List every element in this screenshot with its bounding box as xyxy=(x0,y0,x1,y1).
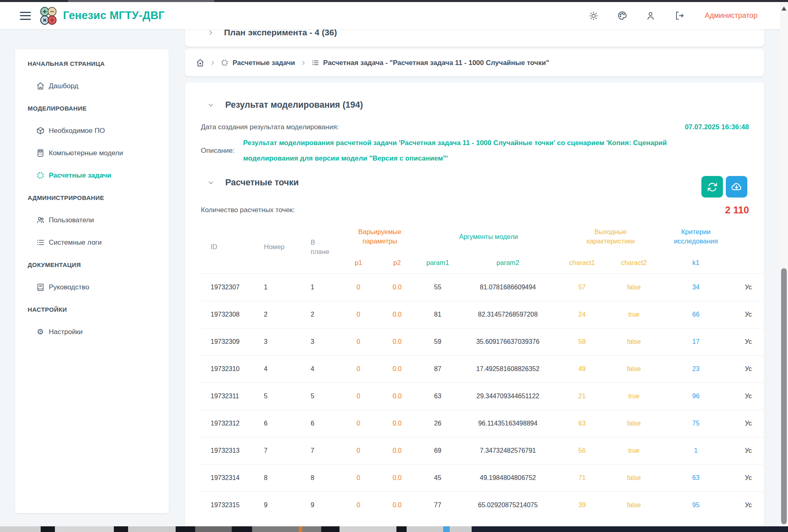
vertical-scrollbar[interactable] xyxy=(780,0,788,532)
cell-charact2: true xyxy=(605,382,662,410)
sidebar-item-label: Системные логи xyxy=(49,239,102,247)
table-row[interactable]: 19732309 3 3 0 0.0 59 35.609176637039376… xyxy=(201,328,764,355)
download-button[interactable] xyxy=(726,176,747,198)
sidebar-item-computer-models[interactable]: Компьютерные модели xyxy=(15,142,169,164)
date-created-value: 07.07.2025 16:36:48 xyxy=(685,123,749,131)
table-row[interactable]: 19732312 6 6 0 0.0 26 96.11435163498894 … xyxy=(201,410,764,437)
chevron-right-icon[interactable] xyxy=(207,29,214,36)
cell-num: 7 xyxy=(248,437,288,464)
refresh-icon xyxy=(707,182,718,192)
table-row[interactable]: 19732313 7 7 0 0.0 69 7.34732482576791 5… xyxy=(201,437,764,464)
sidebar-item-calc-tasks[interactable]: Расчетные задачи xyxy=(15,164,169,187)
cell-param2: 81.0781686609494 xyxy=(457,274,559,301)
cpu-icon xyxy=(36,171,45,180)
menu-toggle-icon[interactable] xyxy=(20,12,31,20)
cell-id: 19732309 xyxy=(201,328,248,355)
cell-id: 19732311 xyxy=(201,382,248,410)
cell-id: 19732308 xyxy=(201,301,248,328)
sidebar-item-users[interactable]: Пользователи xyxy=(15,209,169,231)
cell-charact2: false xyxy=(605,328,662,355)
cell-p1: 0 xyxy=(341,410,376,437)
scrollbar-thumb[interactable] xyxy=(781,268,787,524)
table-row[interactable]: 19732307 1 1 0 0.0 55 81.0781686609494 5… xyxy=(201,274,764,301)
cell-charact1: 49 xyxy=(559,355,605,382)
cell-charact1: 24 xyxy=(559,301,605,328)
cell-p1: 0 xyxy=(341,491,376,519)
cloud-download-icon xyxy=(731,181,742,192)
cell-param2: 29.344709344651122 xyxy=(457,382,559,410)
sidebar-item-settings[interactable]: ⚙ Настройки xyxy=(15,321,169,343)
cell-extra: Ус xyxy=(729,464,764,491)
sidebar-section-start: НАЧАЛЬНАЯ СТРАНИЦА xyxy=(15,52,169,75)
cell-k1: 75 xyxy=(662,410,729,437)
cell-num: 6 xyxy=(248,410,288,437)
theme-sun-icon[interactable] xyxy=(588,11,599,21)
cell-p2: 0.0 xyxy=(376,355,418,382)
cell-p1: 0 xyxy=(341,274,376,301)
group-header-output-chars: Выходные характеристики xyxy=(559,221,662,252)
current-user-label[interactable]: Администратор xyxy=(695,11,758,20)
date-created-label: Дата создания результата моделирования: xyxy=(201,123,339,131)
sidebar-item-label: Пользователи xyxy=(49,216,94,224)
table-row[interactable]: 19732311 5 5 0 0.0 63 29.344709344651122… xyxy=(201,382,764,410)
logout-icon[interactable] xyxy=(674,11,684,21)
sidebar-item-dashboard[interactable]: Дашборд xyxy=(15,75,169,97)
cell-id: 19732307 xyxy=(201,274,248,301)
cell-charact2: false xyxy=(605,464,662,491)
breadcrumb-calc-tasks[interactable]: Расчетные задачи xyxy=(221,59,295,67)
home-icon xyxy=(196,59,205,67)
cpu-icon xyxy=(221,59,229,67)
col-header-extra xyxy=(729,221,764,274)
sidebar-item-manual[interactable]: Руководство xyxy=(15,276,169,298)
cell-num: 9 xyxy=(248,491,288,519)
app-header: Генезис МГТУ-ДВГ Администратор xyxy=(0,2,788,29)
cell-extra: Ус xyxy=(729,437,764,464)
chevron-down-icon[interactable] xyxy=(207,102,214,109)
cell-param1: 69 xyxy=(418,437,457,464)
breadcrumb-home[interactable] xyxy=(196,59,205,67)
cell-param2: 96.11435163498894 xyxy=(457,410,559,437)
col-header-charact2: charact2 xyxy=(605,252,662,274)
cell-num: 1 xyxy=(248,274,288,301)
cell-id: 19732315 xyxy=(201,491,248,519)
user-profile-icon[interactable] xyxy=(645,11,656,21)
chevron-down-icon[interactable] xyxy=(207,179,214,186)
window-top-strip xyxy=(0,0,788,2)
cell-plan: 1 xyxy=(288,274,341,301)
table-row[interactable]: 19732308 2 2 0 0.0 81 82.31457268597208 … xyxy=(201,301,764,328)
refresh-button[interactable] xyxy=(701,176,723,198)
cell-k1: 34 xyxy=(662,274,729,301)
cell-k1: 1 xyxy=(662,437,729,464)
table-row[interactable]: 19732310 4 4 0 0.0 87 17.492581608826352… xyxy=(201,355,764,382)
cell-charact1: 71 xyxy=(559,464,605,491)
table-row[interactable]: 19732314 8 8 0 0.0 45 49.1984804806752 7… xyxy=(201,464,764,491)
cell-num: 8 xyxy=(248,464,288,491)
cell-extra: Ус xyxy=(729,301,764,328)
sidebar-item-software[interactable]: Необходимое ПО xyxy=(15,119,169,142)
scroll-up-arrow-icon[interactable] xyxy=(781,7,786,11)
cell-num: 5 xyxy=(248,382,288,410)
cell-id: 19732313 xyxy=(201,437,248,464)
sidebar-section-admin: АДМИНИСТРИРОВАНИЕ xyxy=(15,187,169,209)
bottom-taskbar-strip xyxy=(0,526,788,532)
points-section-title: Расчетные точки xyxy=(225,178,299,188)
sidebar-item-label: Руководство xyxy=(49,283,89,291)
table-row[interactable]: 19732315 9 9 0 0.0 77 65.02920875214075 … xyxy=(201,491,764,519)
points-count-value: 2 110 xyxy=(725,204,749,216)
cell-p1: 0 xyxy=(341,301,376,328)
palette-icon[interactable] xyxy=(617,11,627,21)
home-icon xyxy=(36,82,45,91)
breadcrumb-calc-task-current[interactable]: Расчетная задача - "Расчетная задача 11 … xyxy=(311,59,549,67)
plan-experiment-title: План эксперимента - 4 (36) xyxy=(224,29,337,37)
cell-plan: 3 xyxy=(288,328,341,355)
cell-k1: 95 xyxy=(662,491,729,519)
sidebar-item-system-logs[interactable]: Системные логи xyxy=(15,231,169,254)
col-header-id: ID xyxy=(201,221,248,274)
col-header-charact1: charact1 xyxy=(559,252,605,274)
group-header-criteria: Критерии исследования xyxy=(662,221,729,252)
app-logo[interactable] xyxy=(39,7,58,25)
cell-plan: 6 xyxy=(288,410,341,437)
cell-extra: Ус xyxy=(729,355,764,382)
plan-experiment-card: План эксперимента - 4 (36) xyxy=(185,29,764,47)
cell-id: 19732314 xyxy=(201,464,248,491)
